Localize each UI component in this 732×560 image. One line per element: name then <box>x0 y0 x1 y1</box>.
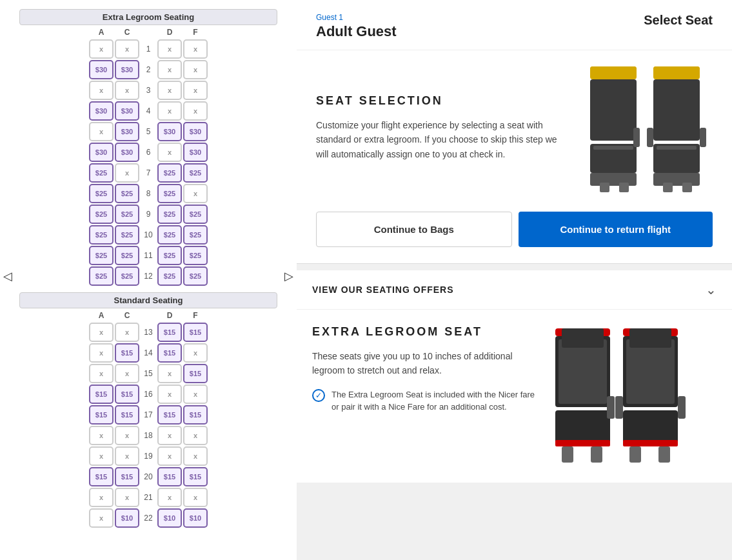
seat-11-D[interactable]: $25 <box>157 246 182 265</box>
seat-22-C[interactable]: $10 <box>115 508 139 528</box>
seat-row: xx3xx <box>0 81 297 100</box>
svg-rect-15 <box>663 183 673 192</box>
col-d-header: D <box>157 28 182 37</box>
seat-5-D[interactable]: $30 <box>157 122 182 141</box>
offers-header[interactable]: VIEW OUR SEATING OFFERS ⌄ <box>297 270 732 310</box>
seat-8-A[interactable]: $25 <box>89 184 114 203</box>
svg-rect-17 <box>590 66 637 78</box>
seat-6-A[interactable]: $30 <box>89 143 114 162</box>
svg-rect-9 <box>647 128 653 147</box>
seat-10-F[interactable]: $25 <box>183 225 208 245</box>
seat-11-C[interactable]: $25 <box>115 246 139 265</box>
seat-row: $30$302xx <box>0 60 297 79</box>
extra-legroom-section: EXTRA LEGROOM SEAT These seats give you … <box>297 310 732 483</box>
seat-13-A: x <box>89 323 114 342</box>
seat-1-F: x <box>183 39 208 59</box>
seat-17-D[interactable]: $15 <box>157 405 182 425</box>
guest-name: Adult Guest <box>316 23 397 40</box>
continue-to-bags-button[interactable]: Continue to Bags <box>316 212 512 247</box>
seat-11-A[interactable]: $25 <box>89 246 114 265</box>
extra-legroom-col-headers: A C D F <box>0 28 297 37</box>
seat-17-C[interactable]: $15 <box>115 405 139 425</box>
seat-row: $25x7$25$25 <box>0 163 297 183</box>
seat-4-D: x <box>157 101 182 121</box>
left-nav-arrow[interactable]: ◁ <box>3 269 12 283</box>
extra-legroom-title: EXTRA LEGROOM SEAT <box>312 325 536 339</box>
seat-9-F[interactable]: $25 <box>183 205 208 224</box>
seat-5-F[interactable]: $30 <box>183 122 208 141</box>
seat-17-F[interactable]: $15 <box>183 405 208 425</box>
seat-16-F: x <box>183 385 208 404</box>
seat-12-C[interactable]: $25 <box>115 266 139 286</box>
seat-20-F[interactable]: $15 <box>183 467 208 486</box>
seat-18-A: x <box>89 426 114 445</box>
seat-row-number: 6 <box>141 148 156 157</box>
seat-10-A[interactable]: $25 <box>89 225 114 245</box>
seat-16-A[interactable]: $15 <box>89 385 114 404</box>
seat-5-A: x <box>89 122 114 141</box>
seat-12-F[interactable]: $25 <box>183 266 208 286</box>
seat-4-C[interactable]: $30 <box>115 101 139 121</box>
seat-12-D[interactable]: $25 <box>157 266 182 286</box>
right-nav-arrow[interactable]: ▷ <box>284 269 293 283</box>
seat-22-F[interactable]: $10 <box>183 508 208 528</box>
seat-14-A: x <box>89 343 114 363</box>
seat-7-A[interactable]: $25 <box>89 163 114 183</box>
seat-13-C: x <box>115 323 139 342</box>
seat-21-A: x <box>89 488 114 507</box>
seat-14-C[interactable]: $15 <box>115 343 139 363</box>
seat-2-A[interactable]: $30 <box>89 60 114 79</box>
svg-rect-29 <box>623 440 678 446</box>
svg-rect-16 <box>682 183 692 192</box>
seat-7-F[interactable]: $25 <box>183 163 208 183</box>
seat-19-F: x <box>183 446 208 466</box>
seat-row: x$1514$15x <box>0 343 297 363</box>
seat-9-D[interactable]: $25 <box>157 205 182 224</box>
extra-legroom-text: EXTRA LEGROOM SEAT These seats give you … <box>312 325 536 414</box>
seat-row-number: 22 <box>141 514 156 523</box>
seat-6-F[interactable]: $30 <box>183 143 208 162</box>
seat-11-F[interactable]: $25 <box>183 246 208 265</box>
svg-rect-23 <box>555 440 610 446</box>
svg-rect-8 <box>657 146 697 150</box>
seat-10-D[interactable]: $25 <box>157 225 182 245</box>
svg-rect-31 <box>678 396 686 419</box>
seat-9-A[interactable]: $25 <box>89 205 114 224</box>
seat-row-number: 1 <box>141 45 156 54</box>
seat-20-A[interactable]: $15 <box>89 467 114 486</box>
seat-4-A[interactable]: $30 <box>89 101 114 121</box>
seat-row: ◁$25$2512$25$25▷ <box>0 266 297 286</box>
seat-10-C[interactable]: $25 <box>115 225 139 245</box>
seat-15-F[interactable]: $15 <box>183 364 208 383</box>
continue-to-return-button[interactable]: Continue to return flight <box>519 212 713 247</box>
seat-3-D: x <box>157 81 182 100</box>
seat-7-D[interactable]: $25 <box>157 163 182 183</box>
extra-legroom-note: ✓ The Extra Legroom Seat is included wit… <box>312 388 536 414</box>
seat-6-C[interactable]: $30 <box>115 143 139 162</box>
offers-header-title: VIEW OUR SEATING OFFERS <box>312 285 454 295</box>
seat-row-number: 13 <box>141 328 156 337</box>
seat-17-A[interactable]: $15 <box>89 405 114 425</box>
seat-16-C[interactable]: $15 <box>115 385 139 404</box>
seat-8-C[interactable]: $25 <box>115 184 139 203</box>
seat-20-D[interactable]: $15 <box>157 467 182 486</box>
seat-2-C[interactable]: $30 <box>115 60 139 79</box>
seat-row-number: 17 <box>141 410 156 419</box>
seat-row: xx21xx <box>0 488 297 507</box>
std-col-c-header: C <box>115 311 139 320</box>
seat-13-F[interactable]: $15 <box>183 323 208 342</box>
col-a-header: A <box>89 28 114 37</box>
seat-1-C: x <box>115 39 139 59</box>
svg-rect-36 <box>562 328 604 348</box>
seat-12-A[interactable]: $25 <box>89 266 114 286</box>
seat-14-D[interactable]: $15 <box>157 343 182 363</box>
seat-20-C[interactable]: $15 <box>115 467 139 486</box>
svg-rect-13 <box>600 183 609 192</box>
seat-3-C: x <box>115 81 139 100</box>
seat-9-C[interactable]: $25 <box>115 205 139 224</box>
seat-13-D[interactable]: $15 <box>157 323 182 342</box>
select-seat-label: Select Seat <box>644 13 713 28</box>
seat-22-D[interactable]: $10 <box>157 508 182 528</box>
seat-5-C[interactable]: $30 <box>115 122 139 141</box>
seat-8-D[interactable]: $25 <box>157 184 182 203</box>
